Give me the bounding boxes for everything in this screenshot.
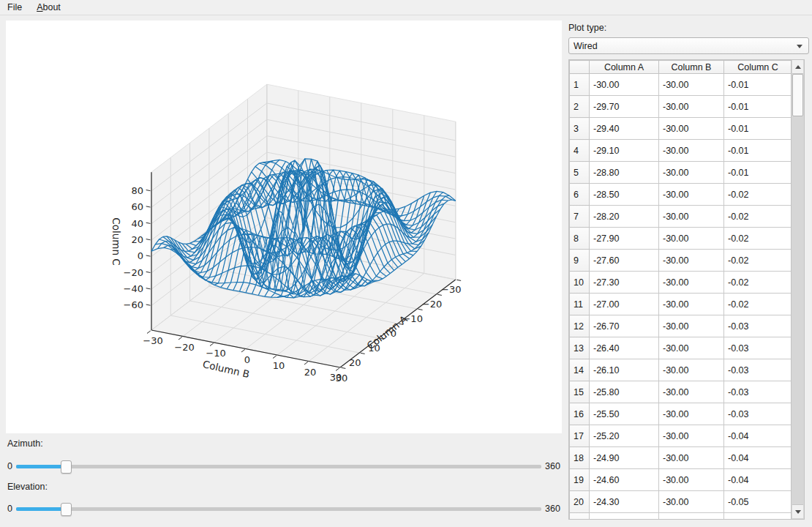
table-row[interactable]: 9-27.60-30.00-0.02 [570, 250, 792, 272]
table-cell[interactable]: -0.01 [724, 96, 792, 118]
scroll-down-button[interactable] [792, 504, 803, 518]
table-cell[interactable]: -30.00 [659, 118, 724, 140]
table-header-column-b[interactable]: Column B [659, 61, 724, 74]
row-number-cell[interactable]: 20 [570, 491, 590, 513]
table-cell[interactable]: -30.00 [659, 140, 724, 162]
plot-type-select[interactable]: Wired [568, 37, 809, 54]
table-cell[interactable]: -0.05 [724, 491, 792, 513]
table-cell[interactable]: -0.04 [724, 447, 792, 469]
table-cell[interactable]: -0.01 [724, 140, 792, 162]
table-cell[interactable]: -29.40 [590, 118, 659, 140]
table-cell[interactable]: -29.70 [590, 96, 659, 118]
scroll-up-button[interactable] [792, 60, 803, 74]
table-cell[interactable]: -0.02 [724, 250, 792, 272]
table-row[interactable]: 5-28.80-30.00-0.01 [570, 162, 792, 184]
table-cell[interactable]: -30.00 [659, 162, 724, 184]
table-cell[interactable]: -0.01 [724, 118, 792, 140]
vertical-scrollbar[interactable] [791, 60, 804, 519]
table-cell[interactable]: -0.03 [724, 359, 792, 381]
table-row[interactable]: 16-25.50-30.00-0.03 [570, 403, 792, 425]
table-cell[interactable]: -30.00 [659, 272, 724, 294]
row-number-cell[interactable]: 3 [570, 118, 590, 140]
table-cell[interactable]: -25.80 [590, 381, 659, 403]
table-cell[interactable]: -30.00 [659, 491, 724, 513]
table-row[interactable]: 13-26.40-30.00-0.03 [570, 337, 792, 359]
table-cell[interactable]: -30.00 [659, 74, 724, 96]
table-cell[interactable]: -0.01 [724, 74, 792, 96]
table-row[interactable]: 4-29.10-30.00-0.01 [570, 140, 792, 162]
table-cell[interactable] [724, 513, 792, 520]
azimuth-slider[interactable] [16, 460, 541, 473]
table-cell[interactable]: -30.00 [659, 469, 724, 491]
table-cell[interactable]: -30.00 [590, 74, 659, 96]
slider-thumb[interactable] [61, 503, 72, 516]
table-cell[interactable]: -24.60 [590, 469, 659, 491]
table-row[interactable]: 14-26.10-30.00-0.03 [570, 359, 792, 381]
table-cell[interactable]: -30.00 [659, 381, 724, 403]
slider-thumb[interactable] [61, 460, 72, 474]
table-row[interactable]: 20-24.30-30.00-0.05 [570, 491, 792, 513]
table-cell[interactable]: -0.03 [724, 337, 792, 359]
table-cell[interactable]: -0.03 [724, 403, 792, 425]
table-cell[interactable]: -30.00 [659, 294, 724, 315]
row-number-cell[interactable]: 11 [570, 294, 590, 315]
table-row[interactable]: 6-28.50-30.00-0.02 [570, 184, 792, 206]
table-cell[interactable]: -28.50 [590, 184, 659, 206]
row-number-cell[interactable]: 8 [570, 228, 590, 250]
table-cell[interactable]: -26.40 [590, 337, 659, 359]
table-cell[interactable]: -29.10 [590, 140, 659, 162]
scrollbar-thumb[interactable] [792, 74, 803, 116]
table-row[interactable]: 7-28.20-30.00-0.02 [570, 206, 792, 228]
slider-track[interactable] [16, 507, 541, 511]
row-number-cell[interactable]: 2 [570, 96, 590, 118]
table-cell[interactable]: -0.04 [724, 425, 792, 447]
table-cell[interactable]: -0.02 [724, 184, 792, 206]
table-cell[interactable]: -27.30 [590, 272, 659, 294]
row-number-cell[interactable]: 9 [570, 250, 590, 272]
table-cell[interactable]: -24.30 [590, 491, 659, 513]
table-header-column-a[interactable]: Column A [590, 61, 659, 74]
table-row[interactable]: 15-25.80-30.00-0.03 [570, 381, 792, 403]
table-row[interactable]: 1-30.00-30.00-0.01 [570, 74, 792, 96]
table-cell[interactable] [659, 513, 724, 520]
plot-canvas[interactable]: −30−20−100102030−30−20−100102030−60−40−2… [6, 20, 562, 433]
table-cell[interactable]: -30.00 [659, 337, 724, 359]
table-cell[interactable]: -28.80 [590, 162, 659, 184]
table-header-column-c[interactable]: Column C [724, 61, 792, 74]
table-cell[interactable]: -26.70 [590, 315, 659, 337]
row-number-cell[interactable]: 6 [570, 184, 590, 206]
table-row[interactable] [570, 513, 792, 520]
table-row[interactable]: 11-27.00-30.00-0.02 [570, 294, 792, 315]
row-number-cell[interactable]: 4 [570, 140, 590, 162]
table-cell[interactable]: -30.00 [659, 425, 724, 447]
row-number-cell[interactable] [570, 513, 590, 520]
menu-item-about[interactable]: About [29, 1, 68, 14]
table-cell[interactable]: -30.00 [659, 96, 724, 118]
table-cell[interactable]: -30.00 [659, 228, 724, 250]
table-cell[interactable]: -0.03 [724, 381, 792, 403]
row-number-cell[interactable]: 14 [570, 359, 590, 381]
table-cell[interactable]: -28.20 [590, 206, 659, 228]
table-row[interactable]: 12-26.70-30.00-0.03 [570, 315, 792, 337]
table-row[interactable]: 8-27.90-30.00-0.02 [570, 228, 792, 250]
table-cell[interactable]: -24.90 [590, 447, 659, 469]
table-cell[interactable]: -0.02 [724, 206, 792, 228]
table-corner-cell[interactable] [570, 61, 590, 74]
table-cell[interactable]: -26.10 [590, 359, 659, 381]
table-cell[interactable]: -0.03 [724, 315, 792, 337]
row-number-cell[interactable]: 10 [570, 272, 590, 294]
table-cell[interactable]: -30.00 [659, 206, 724, 228]
table-row[interactable]: 10-27.30-30.00-0.02 [570, 272, 792, 294]
table-cell[interactable]: -0.01 [724, 162, 792, 184]
table-cell[interactable]: -0.04 [724, 469, 792, 491]
table-cell[interactable]: -0.02 [724, 228, 792, 250]
wireframe-3d-plot[interactable]: −30−20−100102030−30−20−100102030−60−40−2… [6, 20, 562, 433]
table-row[interactable]: 18-24.90-30.00-0.04 [570, 447, 792, 469]
elevation-slider[interactable] [16, 502, 541, 515]
table-cell[interactable]: -30.00 [659, 315, 724, 337]
menu-item-file[interactable]: File [0, 1, 29, 14]
row-number-cell[interactable]: 17 [570, 425, 590, 447]
row-number-cell[interactable]: 18 [570, 447, 590, 469]
table-cell[interactable]: -30.00 [659, 403, 724, 425]
table-cell[interactable]: -25.20 [590, 425, 659, 447]
